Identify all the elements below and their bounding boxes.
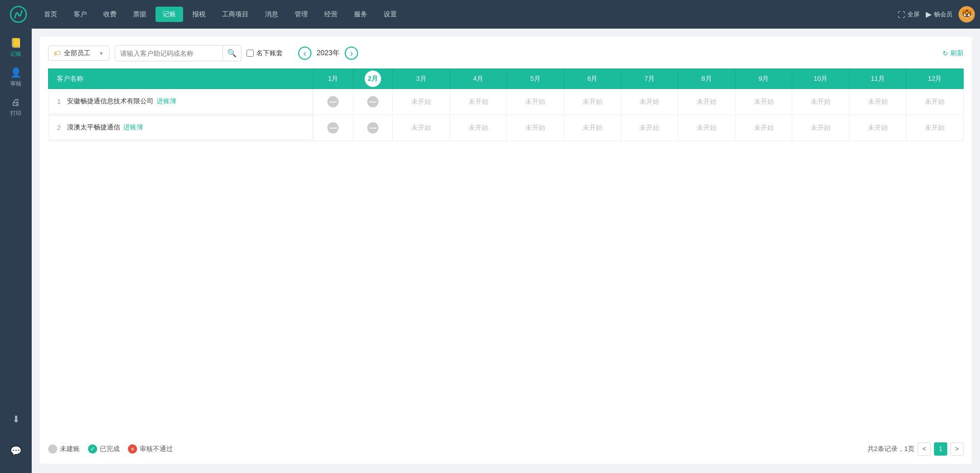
download-icon: ⬇ — [12, 414, 20, 425]
row1-jan: — — [313, 89, 353, 115]
row2-index: 2 — [57, 124, 61, 131]
col-header-feb: 2月 — [353, 69, 393, 89]
row1-link[interactable]: 进账簿 — [157, 97, 176, 106]
fullscreen-label: 全屏 — [907, 10, 920, 19]
bookkeeping-icon: 📒 — [10, 37, 21, 49]
refresh-button[interactable]: ↻ 刷新 — [943, 49, 964, 58]
nav-item-settings[interactable]: 设置 — [376, 7, 404, 22]
col-header-jan: 1月 — [313, 69, 353, 89]
my-accounts-label: 名下账套 — [256, 49, 283, 58]
row1-oct: 未开始 — [792, 89, 850, 115]
row2-oct: 未开始 — [792, 115, 850, 141]
nav-item-home[interactable]: 首页 — [37, 7, 64, 22]
row1-mar: 未开始 — [393, 89, 450, 115]
sidebar-bottom: ⬇ 💬 — [2, 406, 30, 473]
col-header-aug: 8月 — [678, 69, 736, 89]
search-input[interactable] — [115, 47, 222, 60]
nav-item-customer[interactable]: 客户 — [66, 7, 94, 22]
col-header-apr: 4月 — [450, 69, 507, 89]
nav-item-invoice[interactable]: 票据 — [126, 7, 153, 22]
top-nav: 首页 客户 收费 票据 记账 报税 工商项目 消息 管理 经营 服务 设置 ⛶ … — [0, 0, 980, 29]
page-prev-button[interactable]: < — [918, 442, 931, 456]
row1-may: 未开始 — [507, 89, 564, 115]
page-current-button[interactable]: 1 — [934, 442, 947, 456]
nav-item-manage[interactable]: 管理 — [287, 7, 315, 22]
legend-not-built: 未建账 — [48, 444, 80, 454]
nav-item-bookkeeping[interactable]: 记账 — [155, 7, 183, 22]
row2-sep: 未开始 — [735, 115, 792, 141]
row2-feb: — — [353, 115, 393, 141]
active-month-circle: 2月 — [365, 71, 381, 87]
sidebar-item-chat[interactable]: 💬 — [2, 437, 30, 465]
sidebar-item-print[interactable]: 🖨 打印 — [2, 93, 30, 121]
pagination: 共2条记录，1页 < 1 > — [867, 442, 964, 456]
row1-index: 1 — [57, 98, 61, 105]
total-records: 共2条记录，1页 — [867, 444, 915, 454]
row1-feb-status: — — [367, 96, 378, 107]
vip-icon: ▶ — [926, 10, 932, 19]
fullscreen-button[interactable]: ⛶ 全屏 — [898, 10, 920, 19]
nav-item-business[interactable]: 工商项目 — [215, 7, 256, 22]
content-card: 🏷 全部员工 ▼ 🔍 名下账套 ‹ 2023年 › ↻ 刷新 — [40, 37, 972, 464]
col-header-jun: 6月 — [564, 69, 621, 89]
vip-button[interactable]: ▶ 畅会员 — [926, 10, 952, 19]
legend-rejected: ✕ 审核不通过 — [128, 444, 173, 454]
nav-item-tax[interactable]: 报税 — [185, 7, 213, 22]
row2-jul: 未开始 — [621, 115, 678, 141]
legend-completed: ✓ 已完成 — [88, 444, 120, 454]
search-wrapper: 🔍 — [115, 45, 241, 61]
my-accounts-checkbox[interactable] — [247, 50, 254, 57]
nav-item-message[interactable]: 消息 — [258, 7, 285, 22]
legend-red-icon: ✕ — [128, 444, 137, 454]
row2-link[interactable]: 进账簿 — [123, 123, 143, 132]
avatar[interactable]: 🐯 — [959, 6, 975, 22]
audit-icon: 👤 — [10, 67, 21, 78]
table-row: 2 漠澳太平畅捷通信 进账簿 — — 未开始 未开始 未开始 — [49, 115, 964, 141]
table-header: 客户名称 1月 2月 3月 4月 5月 6月 7月 8月 9月 10月 11月 — [49, 69, 964, 89]
table-body: 1 安徽畅捷通信息技术有限公司 进账簿 — — 未开始 未开始 未开始 — [49, 89, 964, 141]
table-row: 1 安徽畅捷通信息技术有限公司 进账簿 — — 未开始 未开始 未开始 — [49, 89, 964, 115]
row1-feb: — — [353, 89, 393, 115]
chat-icon: 💬 — [10, 445, 21, 457]
sidebar-item-bookkeeping[interactable]: 📒 记账 — [2, 34, 30, 61]
year-next-button[interactable]: › — [345, 47, 358, 60]
sidebar-item-bookkeeping-label: 记账 — [10, 50, 21, 58]
row1-jun: 未开始 — [564, 89, 621, 115]
row1-dec: 未开始 — [906, 89, 964, 115]
sidebar-item-audit[interactable]: 👤 审核 — [2, 63, 30, 91]
col-header-mar: 3月 — [393, 69, 450, 89]
logo — [5, 6, 32, 23]
row2-jan: — — [313, 115, 353, 141]
legend-green-icon: ✓ — [88, 444, 97, 454]
legend-completed-label: 已完成 — [100, 444, 120, 454]
row1-apr: 未开始 — [450, 89, 507, 115]
vip-label: 畅会员 — [934, 10, 952, 19]
search-button[interactable]: 🔍 — [222, 46, 241, 61]
sidebar-item-print-label: 打印 — [10, 109, 21, 117]
nav-item-service[interactable]: 服务 — [347, 7, 374, 22]
table-wrapper: 客户名称 1月 2月 3月 4月 5月 6月 7月 8月 9月 10月 11月 — [48, 69, 964, 141]
page-next-button[interactable]: > — [950, 442, 964, 456]
row1-nov: 未开始 — [849, 89, 906, 115]
nav-item-fee[interactable]: 收费 — [96, 7, 124, 22]
row1-sep: 未开始 — [735, 89, 792, 115]
col-header-oct: 10月 — [792, 69, 850, 89]
row1-aug: 未开始 — [678, 89, 736, 115]
employee-select[interactable]: 🏷 全部员工 ▼ — [48, 46, 109, 61]
print-icon: 🖨 — [11, 97, 20, 108]
nav-items: 首页 客户 收费 票据 记账 报税 工商项目 消息 管理 经营 服务 设置 — [37, 7, 898, 22]
col-header-dec: 12月 — [906, 69, 964, 89]
row2-jan-status: — — [327, 122, 339, 133]
nav-item-operation[interactable]: 经营 — [317, 7, 345, 22]
refresh-label: 刷新 — [950, 49, 964, 58]
employee-select-label: 全部员工 — [64, 49, 91, 58]
row2-name-cell: 2 漠澳太平畅捷通信 进账簿 — [49, 115, 313, 140]
my-accounts-checkbox-label[interactable]: 名下账套 — [247, 49, 283, 58]
row2-jun: 未开始 — [564, 115, 621, 141]
row2-nov: 未开始 — [849, 115, 906, 141]
row2-feb-status: — — [367, 122, 378, 133]
sidebar-item-download[interactable]: ⬇ — [2, 406, 30, 433]
year-prev-button[interactable]: ‹ — [298, 47, 311, 60]
row2-apr: 未开始 — [450, 115, 507, 141]
row1-jan-status: — — [327, 96, 339, 107]
